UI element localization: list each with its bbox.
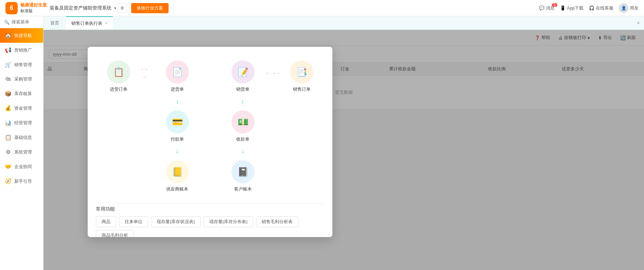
tab-bar: 首页 销售订单执行表 × × [43, 16, 644, 30]
func-btn-product[interactable]: 商品 [96, 216, 116, 227]
message-button[interactable]: 💬 消息 5 [539, 5, 555, 11]
purchase-bill-label: 进货单 [171, 86, 184, 92]
search-icon: 🔍 [4, 20, 10, 25]
system-dropdown-arrow[interactable]: ▾ [114, 6, 116, 11]
avatar: 👤 [619, 3, 628, 13]
receipt-bill-node[interactable]: 💵 收款单 [229, 105, 257, 148]
receipt-bill-icon: 💵 [231, 110, 255, 133]
modal-overlay[interactable]: 📋 进货订单 - - → 📄 进货单 📝 销货单 [43, 30, 644, 270]
purchase-order-node[interactable]: 📋 进货订单 [104, 55, 133, 98]
logo-text: 畅康通好生意 标准版 [20, 2, 47, 14]
sidebar-item-inventory[interactable]: 📦 库存核算 [0, 86, 43, 101]
top-bar: 6 畅康通好生意 标准版 装备及固定资产辅助管理系统 ▾ ⚙ 体验行业方案 💬 … [0, 0, 644, 16]
sidebar-item-quick-nav[interactable]: 🏠 快捷导航 [0, 28, 43, 43]
purchase-order-icon: 📋 [107, 60, 130, 84]
func-btn-sales-profit[interactable]: 销售毛利分析表 [256, 216, 298, 227]
tab-sales-order[interactable]: 销售订单执行表 × [66, 16, 113, 30]
sidebar-item-sales[interactable]: 🛒 销售管理 [0, 57, 43, 72]
top-right-actions: 💬 消息 5 📱 App下载 🎧 在线客服 👤 用友 [539, 3, 639, 13]
arrow-sale-order-to-sale-bill: ← - - [265, 69, 280, 84]
common-functions: 常用功能 商品 往来单位 现存量(库存状况表) 现存量(库存分布表) 销售毛利分… [96, 206, 324, 237]
func-btn-counterpart[interactable]: 往来单位 [119, 216, 148, 227]
func-btn-product-profit[interactable]: 商品毛利分析 [96, 230, 134, 237]
experience-button[interactable]: 体验行业方案 [131, 3, 169, 13]
online-service-button[interactable]: 🎧 在线客服 [589, 5, 613, 11]
marketing-icon: 📢 [5, 47, 12, 53]
purchase-bill-icon: 📄 [166, 60, 189, 84]
gear-button[interactable]: ⚙ [118, 3, 127, 13]
arrow-purchase-bill-to-payment: ↓ [176, 98, 179, 105]
inventory-icon: 📦 [5, 90, 12, 97]
supplier-ledger-node[interactable]: 📒 供应商账本 [163, 155, 192, 198]
arrow-payment-to-supplier-ledger: ↓ [176, 148, 179, 155]
func-btn-stock-dist[interactable]: 现存量(库存分布表) [204, 216, 254, 227]
arrow-receipt-to-customer-ledger: ↓ [241, 148, 244, 155]
user-menu[interactable]: 👤 用友 [619, 3, 639, 13]
corp-icon: 🤝 [5, 163, 12, 170]
payment-bill-label: 付款单 [171, 136, 184, 142]
sale-order-icon: 📑 [290, 60, 313, 84]
divider [96, 203, 324, 203]
quick-nav-icon: 🏠 [5, 32, 12, 39]
customer-ledger-label: 客户账本 [234, 186, 252, 192]
sale-order-node[interactable]: 📑 销售订单 [288, 55, 316, 98]
arrow-purchase-order-to-purchase-bill: - - → [141, 65, 155, 88]
modal-box: 📋 进货订单 - - → 📄 进货单 📝 销货单 [88, 47, 332, 237]
basic-icon: 📋 [5, 134, 12, 141]
supplier-ledger-label: 供应商账本 [166, 186, 188, 192]
tab-home[interactable]: 首页 [43, 16, 66, 30]
search-menu[interactable]: 🔍 搜索菜单 [0, 16, 43, 28]
system-name: 装备及固定资产辅助管理系统 [50, 5, 111, 11]
app-icon: 📱 [560, 5, 565, 11]
system-title: 装备及固定资产辅助管理系统 ▾ [50, 5, 116, 11]
customer-ledger-node[interactable]: 📓 客户账本 [229, 155, 257, 198]
message-badge: 5 [552, 3, 557, 7]
payment-bill-icon: 💳 [166, 110, 189, 133]
sidebar-item-guide[interactable]: 🧭 新手引导 [0, 174, 43, 188]
sale-order-label: 销售订单 [293, 86, 311, 92]
sidebar: 🔍 搜索菜单 🏠 快捷导航 📢 营销推广 🛒 销售管理 🛍 [0, 16, 43, 270]
sidebar-item-finance[interactable]: 💰 资金管理 [0, 101, 43, 115]
purchase-icon: 🛍 [5, 76, 12, 82]
sidebar-item-marketing[interactable]: 📢 营销推广 [0, 43, 43, 57]
sidebar-item-operation[interactable]: 📊 经营管理 [0, 115, 43, 130]
sidebar-nav: 🏠 快捷导航 📢 营销推广 🛒 销售管理 🛍 采购管理 📦 库存核 [0, 28, 43, 270]
logo-area: 6 畅康通好生意 标准版 [5, 2, 47, 14]
func-btn-stock-status[interactable]: 现存量(库存状况表) [151, 216, 201, 227]
sales-icon: 🛒 [5, 61, 12, 68]
sidebar-item-system[interactable]: ⚙ 系统管理 [0, 145, 43, 159]
content-area: 首页 销售订单执行表 × × ❓ 帮助 [43, 16, 644, 270]
message-icon: 💬 [539, 5, 544, 11]
supplier-ledger-icon: 📒 [166, 160, 189, 183]
service-icon: 🎧 [589, 5, 594, 11]
common-title: 常用功能 [96, 206, 324, 212]
sidebar-item-basic[interactable]: 📋 基础信息 [0, 130, 43, 145]
receipt-bill-label: 收款单 [236, 136, 249, 142]
purchase-order-label: 进货订单 [110, 86, 127, 92]
sidebar-item-purchase[interactable]: 🛍 采购管理 [0, 72, 43, 86]
guide-icon: 🧭 [5, 178, 12, 184]
operation-icon: 📊 [5, 120, 12, 126]
tab-close-all-button[interactable]: × [633, 20, 644, 26]
customer-ledger-icon: 📓 [231, 160, 255, 183]
purchase-bill-node[interactable]: 📄 进货单 [163, 55, 192, 98]
arrow-sale-bill-to-receipt: ↓ [241, 98, 244, 105]
sale-bill-node[interactable]: 📝 销货单 [229, 55, 257, 98]
app-download-button[interactable]: 📱 App下载 [560, 5, 584, 11]
content-main: ❓ 帮助 🖨 按模板打印 ▾ ⬆ 导出 🔄 [43, 30, 644, 270]
tab-close-button[interactable]: × [105, 21, 107, 26]
sale-bill-icon: 📝 [231, 60, 255, 84]
main-area: 🔍 搜索菜单 🏠 快捷导航 📢 营销推广 🛒 销售管理 🛍 [0, 16, 644, 270]
sale-bill-label: 销货单 [236, 86, 249, 92]
payment-bill-node[interactable]: 💳 付款单 [163, 105, 192, 148]
app-wrapper: 6 畅康通好生意 标准版 装备及固定资产辅助管理系统 ▾ ⚙ 体验行业方案 💬 … [0, 0, 644, 270]
sidebar-item-corp[interactable]: 🤝 企业协同 [0, 159, 43, 174]
func-buttons: 商品 往来单位 现存量(库存状况表) 现存量(库存分布表) 销售毛利分析表 商品… [96, 216, 324, 237]
finance-icon: 💰 [5, 105, 12, 111]
logo-icon: 6 [5, 2, 18, 14]
system-icon: ⚙ [5, 149, 12, 155]
